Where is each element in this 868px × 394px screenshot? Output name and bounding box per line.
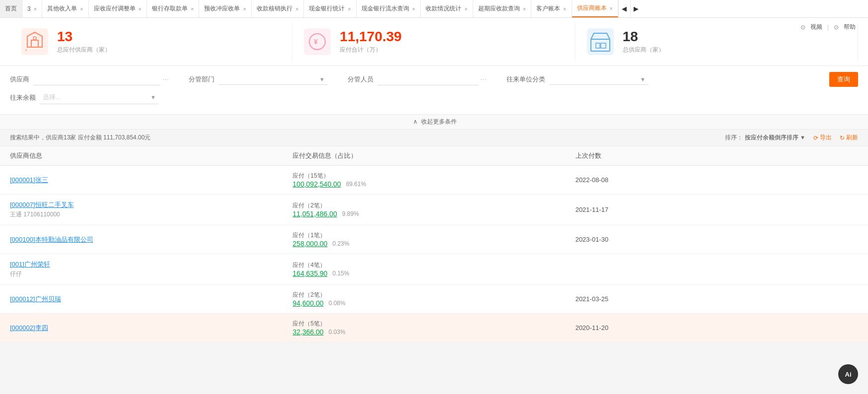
transaction-label: 应付（2笔） <box>292 291 575 299</box>
supplier-name-link[interactable]: [000012]广州贝瑞 <box>10 295 292 304</box>
sort-chevron-icon[interactable]: ▼ <box>800 134 805 140</box>
supplier-input[interactable] <box>33 74 160 85</box>
nav-item-cash-flow[interactable]: 现金银行流水查询 × <box>357 0 421 17</box>
balance-select-placeholder: 选择... <box>43 93 61 102</box>
nav-item-bank[interactable]: 银行存取款单 × <box>147 0 199 17</box>
transaction-cell: 应付（1笔） 258,000.00 0.23% <box>292 231 575 248</box>
person-dots[interactable]: ··· <box>480 75 487 84</box>
transaction-cell: 应付（4笔） 164,635.90 0.15% <box>292 261 575 277</box>
supplier-name-link[interactable]: [000002]李四 <box>10 324 292 332</box>
close-icon[interactable]: × <box>523 6 526 12</box>
payable-amount-icon: ¥ <box>302 27 332 57</box>
nav-item-customer-book[interactable]: 客户账本 × <box>531 0 572 17</box>
separator: | <box>827 24 829 31</box>
supplier-dots[interactable]: ··· <box>162 75 169 84</box>
transaction-amount[interactable]: 164,635.90 <box>292 269 327 277</box>
nav-item-home[interactable]: 首页 <box>0 0 22 17</box>
dept-label: 分管部门 <box>189 75 215 84</box>
result-actions: 排序： 按应付余额倒序排序 ▼ ⟳ 导出 ↻ 刷新 <box>725 133 858 142</box>
transaction-amount[interactable]: 32,366.00 <box>292 328 323 336</box>
table-row: [000100]本特勤油品有限公司 应付（1笔） 258,000.00 0.23… <box>0 225 868 254</box>
close-icon[interactable]: × <box>139 6 142 12</box>
transaction-amount-row: 164,635.90 0.15% <box>292 269 575 277</box>
supplier-name-link[interactable]: [000100]本特勤油品有限公司 <box>10 235 292 244</box>
nav-item-adjustment-label: 应收应付调整单 <box>94 4 136 13</box>
chevron-down-icon: ▼ <box>150 94 156 100</box>
collapse-bar[interactable]: ∧ 收起更多条件 <box>0 115 868 130</box>
supplier-info-cell: [000012]广州贝瑞 <box>10 295 292 304</box>
help-link[interactable]: 帮助 <box>844 23 856 31</box>
close-icon[interactable]: × <box>412 6 415 12</box>
transaction-amount[interactable]: 258,000.00 <box>292 240 327 248</box>
search-button[interactable]: 查询 <box>829 72 858 87</box>
nav-left-arrow[interactable]: ◀ <box>618 0 630 18</box>
table-body: [000001]张三 应付（15笔） 100,092,540.00 89.61%… <box>0 166 868 342</box>
nav-item-adjustment[interactable]: 应收应付调整单 × <box>89 0 147 17</box>
svg-text:¥: ¥ <box>314 38 318 46</box>
stats-row: ¥ 13 总应付供应商（家） ¥ 11,170.39 应付合计（万） <box>0 18 868 66</box>
transaction-pct: 0.15% <box>332 270 349 277</box>
nav-item-collection-stats[interactable]: 收款情况统计 × <box>421 0 473 17</box>
close-icon[interactable]: × <box>348 6 351 12</box>
supplier-info-cell: [000001]张三 <box>10 176 292 185</box>
nav-item-advance[interactable]: 预收冲应收单 × <box>199 0 251 17</box>
supplier-label: 供应商 <box>10 75 29 84</box>
nav-item-overdue-label: 超期应收款查询 <box>478 4 520 13</box>
nav-item-verify[interactable]: 收款核销执行 × <box>252 0 304 17</box>
transaction-amount[interactable]: 100,092,540.00 <box>292 180 341 188</box>
nav-right-arrow[interactable]: ▶ <box>630 0 642 18</box>
nav-item-3[interactable]: 3 × <box>22 0 42 17</box>
filter-balance: 往来余额 选择... ▼ <box>10 91 159 104</box>
filter-dept: 分管部门 ▼ <box>189 74 328 85</box>
close-icon[interactable]: × <box>80 6 83 12</box>
table-row: [000002]李四 应付（5笔） 32,366.00 0.03% 2020-1… <box>0 314 868 342</box>
transaction-label: 应付（1笔） <box>292 231 575 240</box>
supplier-name-link[interactable]: [000007]恒旺二手叉车 <box>10 200 292 209</box>
close-icon[interactable]: × <box>191 6 194 12</box>
category-select[interactable]: ▼ <box>549 74 649 85</box>
nav-item-other-income[interactable]: 其他收入单 × <box>42 0 88 17</box>
person-input[interactable] <box>377 74 478 85</box>
supplier-name-link[interactable]: [000001]张三 <box>10 176 292 185</box>
close-icon[interactable]: × <box>563 6 566 12</box>
balance-select[interactable]: 选择... ▼ <box>40 91 159 104</box>
transaction-label: 应付（5笔） <box>292 320 575 328</box>
transaction-amount-row: 258,000.00 0.23% <box>292 240 575 248</box>
filter-person: 分管人员 ··· <box>348 74 487 85</box>
collapse-label: 收起更多条件 <box>421 118 457 125</box>
circle-icon: ⊙ <box>800 24 805 31</box>
refresh-icon: ↻ <box>840 134 845 141</box>
table-row: [000001]张三 应付（15笔） 100,092,540.00 89.61%… <box>0 166 868 195</box>
close-icon[interactable]: × <box>243 6 246 12</box>
transaction-amount-row: 11,051,486.00 9.89% <box>292 210 575 218</box>
video-link[interactable]: 视频 <box>810 23 822 31</box>
close-icon[interactable]: × <box>464 6 467 12</box>
nav-item-cash-stats[interactable]: 现金银行统计 × <box>304 0 356 17</box>
close-icon[interactable]: × <box>34 6 37 12</box>
export-button[interactable]: ⟳ 导出 <box>813 133 832 142</box>
supplier-info-cell: [000002]李四 <box>10 324 292 332</box>
transaction-amount[interactable]: 94,600.00 <box>292 299 323 307</box>
filter-supplier: 供应商 ··· <box>10 74 169 85</box>
last-pay-cell: 2022-08-08 <box>576 176 858 184</box>
transaction-amount[interactable]: 11,051,486.00 <box>292 210 337 218</box>
nav-item-supplier-book[interactable]: 供应商账本 × <box>572 0 618 17</box>
supplier-info-cell: [001]广州荣轩 仔仔 <box>10 260 292 278</box>
sort-select[interactable]: 按应付余额倒序排序 <box>745 134 798 141</box>
filter-area: 供应商 ··· 分管部门 ▼ 分管人员 ··· 往来单位分类 ▼ <box>0 66 868 115</box>
transaction-amount-row: 32,366.00 0.03% <box>292 328 575 336</box>
refresh-button[interactable]: ↻ 刷新 <box>840 133 858 142</box>
stat-card-payable-suppliers: ¥ 13 总应付供应商（家） <box>10 23 292 61</box>
table-row: [001]广州荣轩 仔仔 应付（4笔） 164,635.90 0.15% <box>0 254 868 285</box>
close-icon[interactable]: × <box>610 5 613 11</box>
close-icon[interactable]: × <box>295 6 298 12</box>
supplier-name-link[interactable]: [001]广州荣轩 <box>10 260 292 269</box>
dept-select[interactable]: ▼ <box>218 74 328 85</box>
transaction-pct: 0.23% <box>332 240 349 247</box>
last-pay-cell: 2020-11-20 <box>576 324 858 331</box>
stat-card-payable-amount: ¥ 11,170.39 应付合计（万） <box>292 23 575 61</box>
nav-item-customer-book-label: 客户账本 <box>536 4 560 13</box>
nav-item-overdue[interactable]: 超期应收款查询 × <box>473 0 531 17</box>
transaction-label: 应付（2笔） <box>292 201 575 210</box>
chevron-down-icon: ▼ <box>640 76 646 82</box>
